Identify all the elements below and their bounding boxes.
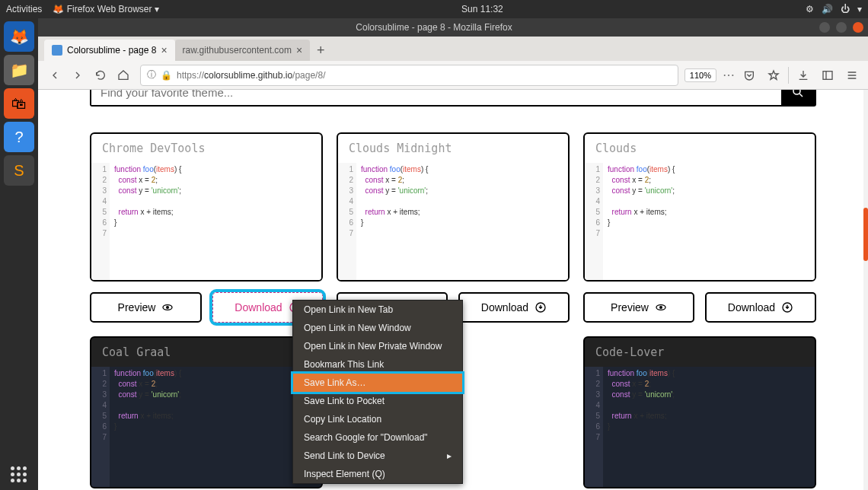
context-menu-item[interactable]: Copy Link Location [293, 410, 462, 428]
svg-point-1 [793, 90, 800, 94]
context-menu-item[interactable]: Open Link in New Window [293, 319, 462, 337]
user-menu-icon[interactable]: ▾ [857, 4, 862, 14]
app-menu[interactable]: 🦊 Firefox Web Browser ▾ [53, 4, 159, 14]
launcher-files[interactable]: 📁 [4, 55, 34, 85]
preview-button[interactable]: Preview [90, 292, 202, 323]
context-menu-item[interactable]: Open Link in New Private Window [293, 337, 462, 355]
preview-button[interactable]: Preview [583, 292, 694, 323]
sidebar-icon[interactable] [818, 65, 838, 85]
menu-icon[interactable] [842, 65, 862, 85]
theme-card: Clouds Midnight 1234567function foo(item… [337, 132, 570, 282]
context-menu: Open Link in New TabOpen Link in New Win… [292, 300, 463, 484]
context-menu-item[interactable]: Bookmark This Link [293, 355, 462, 374]
gnome-topbar: Activities 🦊 Firefox Web Browser ▾ Sun 1… [0, 0, 868, 18]
launcher-firefox[interactable]: 🦊 [4, 21, 34, 52]
favicon-icon [52, 45, 62, 56]
page-actions-icon[interactable]: ⋯ [723, 68, 735, 82]
tab-raw-github[interactable]: raw.githubusercontent.com × [175, 40, 311, 61]
scrollbar[interactable] [863, 90, 868, 490]
theme-title: Coal Graal [91, 338, 321, 367]
svg-rect-0 [823, 71, 832, 79]
activities-button[interactable]: Activities [6, 4, 42, 14]
launcher-software[interactable]: 🛍 [4, 88, 34, 119]
tab-colorsublime[interactable]: Colorsublime - page 8 × [44, 40, 175, 61]
power-icon[interactable]: ⏻ [841, 4, 850, 14]
window-titlebar: Colorsublime - page 8 - Mozilla Firefox [0, 18, 868, 37]
tab-strip: Colorsublime - page 8 × raw.githubuserco… [38, 37, 868, 61]
theme-card: Coal Graal 1234567function foo(items) { … [90, 336, 323, 488]
clock[interactable]: Sun 11:32 [159, 4, 806, 14]
tab-close-icon[interactable]: × [296, 44, 302, 56]
theme-card: Code-Lover 1234567function foo(items) { … [583, 336, 816, 488]
theme-card: Clouds 1234567function foo(items) { cons… [583, 132, 816, 282]
launcher-apps-grid[interactable] [11, 466, 27, 482]
context-menu-item[interactable]: Save Link As… [293, 374, 462, 392]
theme-title: Chrome DevTools [91, 134, 321, 163]
context-menu-item[interactable]: Search Google for "Download" [293, 428, 462, 447]
maximize-button[interactable] [836, 22, 847, 33]
context-menu-item[interactable]: Open Link in New Tab [293, 301, 462, 319]
minimize-button[interactable] [819, 22, 830, 33]
info-icon[interactable]: ⓘ [147, 68, 156, 81]
bookmark-icon[interactable] [764, 65, 783, 85]
theme-search [90, 90, 816, 107]
forward-button[interactable] [67, 65, 88, 86]
back-button[interactable] [44, 65, 65, 86]
download-button[interactable]: Download [705, 292, 816, 323]
home-button[interactable] [113, 65, 134, 86]
close-button[interactable] [853, 22, 863, 33]
search-input[interactable] [91, 90, 781, 105]
reload-button[interactable] [90, 65, 111, 86]
theme-title: Code-Lover [585, 338, 815, 367]
new-tab-button[interactable]: + [310, 40, 331, 61]
theme-title: Clouds [585, 134, 815, 163]
theme-card: Chrome DevTools 1234567function foo(item… [90, 132, 323, 282]
scrollbar-thumb[interactable] [863, 208, 868, 261]
download-button[interactable]: Download [458, 292, 570, 323]
downloads-icon[interactable] [793, 65, 813, 85]
volume-icon[interactable]: 🔊 [822, 4, 833, 14]
url-bar[interactable]: ⓘ 🔒 https://colorsublime.github.io/page/… [140, 65, 678, 86]
browser-toolbar: ⓘ 🔒 https://colorsublime.github.io/page/… [38, 61, 868, 90]
window-title: Colorsublime - page 8 - Mozilla Firefox [356, 22, 512, 33]
launcher-sublime[interactable]: S [4, 155, 34, 186]
context-menu-item[interactable]: Save Link to Pocket [293, 392, 462, 410]
tab-close-icon[interactable]: × [161, 44, 167, 56]
context-menu-item[interactable]: Inspect Element (Q) [293, 465, 462, 483]
svg-point-9 [659, 306, 662, 309]
search-button[interactable] [781, 90, 815, 105]
context-menu-item[interactable]: Send Link to Device▸ [293, 447, 462, 465]
tab-label: raw.githubusercontent.com [183, 45, 292, 56]
lock-icon: 🔒 [161, 70, 172, 81]
tab-label: Colorsublime - page 8 [67, 45, 156, 56]
theme-title: Clouds Midnight [338, 134, 568, 163]
network-icon[interactable]: ⚙ [806, 4, 814, 14]
launcher-help[interactable]: ? [4, 122, 34, 152]
svg-point-3 [166, 306, 169, 309]
zoom-indicator[interactable]: 110% [685, 68, 716, 82]
pocket-icon[interactable] [739, 65, 759, 85]
ubuntu-launcher: 🦊 📁 🛍 ? S [0, 18, 38, 490]
